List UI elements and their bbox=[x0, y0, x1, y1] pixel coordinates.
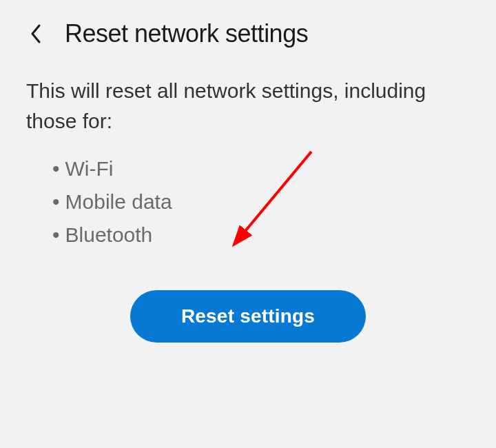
list-item: • Mobile data bbox=[52, 185, 470, 218]
bullet-dot: • bbox=[52, 185, 60, 218]
bullet-dot: • bbox=[52, 218, 60, 252]
description-text: This will reset all network settings, in… bbox=[26, 76, 470, 136]
reset-settings-button[interactable]: Reset settings bbox=[130, 290, 366, 343]
list-item: • Bluetooth bbox=[52, 218, 470, 252]
back-icon[interactable] bbox=[26, 24, 45, 43]
page-title: Reset network settings bbox=[65, 19, 308, 48]
bullet-list: • Wi-Fi • Mobile data • Bluetooth bbox=[26, 152, 470, 252]
bullet-label: Mobile data bbox=[65, 185, 172, 218]
button-container: Reset settings bbox=[26, 290, 470, 343]
content: This will reset all network settings, in… bbox=[0, 68, 496, 343]
header: Reset network settings bbox=[0, 0, 496, 68]
bullet-label: Bluetooth bbox=[65, 218, 153, 252]
bullet-dot: • bbox=[52, 152, 60, 185]
bullet-label: Wi-Fi bbox=[65, 152, 114, 185]
list-item: • Wi-Fi bbox=[52, 152, 470, 185]
